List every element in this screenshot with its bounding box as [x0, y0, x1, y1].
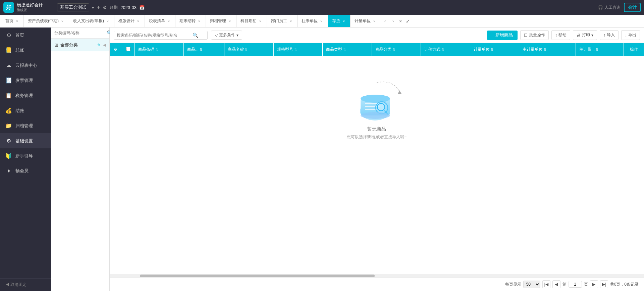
sidebar-item-basic[interactable]: ⚙ 基础设置 [0, 133, 51, 148]
invoice-icon: 🧾 [5, 77, 12, 84]
th-checkbox[interactable] [122, 43, 135, 56]
empty-desc: 您可以选择新增,或者直接导入哦~ [347, 134, 407, 140]
tab-balance-close[interactable]: × [60, 19, 65, 23]
move-icon: ↕ [555, 33, 557, 38]
tab-vendor-label: 往来单位 [302, 18, 318, 24]
prev-page-button[interactable]: ◀ [552, 280, 560, 288]
sidebar-item-invoice[interactable]: 🧾 发票管理 [0, 73, 51, 88]
more-filter-button[interactable]: ▽ 更多条件 ▾ [211, 31, 242, 40]
next-page-button[interactable]: ▶ [590, 280, 598, 288]
th-gear[interactable]: ⚙ [110, 43, 122, 56]
th-col3: 主计量...⇅ [576, 43, 624, 56]
batch-label: 批量操作 [529, 32, 545, 38]
page-number-input[interactable]: 1 [569, 281, 582, 288]
svg-point-11 [361, 112, 390, 119]
add-product-button[interactable]: + 新增商品 [487, 31, 518, 40]
tab-income-label: 收入支出表(年报) [73, 18, 104, 24]
tab-department[interactable]: 部门员工 × [267, 15, 298, 28]
first-page-button[interactable]: |◀ [542, 280, 550, 288]
unpin-button[interactable]: ◀ 取消固定 [0, 278, 51, 291]
tab-inventory-label: 存货 [332, 18, 340, 24]
tab-subject-close[interactable]: × [258, 19, 263, 23]
logo-text-block: 畅捷通好会计 旗舰版 [17, 2, 43, 12]
sidebar-label-close: 结账 [15, 108, 24, 114]
category-edit-icon[interactable]: ✎ [97, 43, 101, 48]
tab-income-close[interactable]: × [105, 19, 110, 23]
toolbar: 🔍 ▽ 更多条件 ▾ + 新增商品 ☐ 批量操作 [110, 28, 644, 43]
category-all-label: 全部分类 [60, 42, 95, 48]
sidebar-label-ledger: 总账 [15, 47, 24, 53]
products-table: ⚙ 商品条码⇅ 商品...⇅ 商品名称⇅ 规格型号⇅ 商品类型⇅ 商品分类⇅ [110, 43, 644, 160]
add-tab-button[interactable]: + [97, 4, 100, 10]
th-unit: 计量单位⇅ [470, 43, 519, 56]
tab-template-close[interactable]: × [136, 19, 141, 23]
tab-vendor-close[interactable]: × [319, 19, 324, 23]
tab-period-close[interactable]: 期末结转 × [175, 15, 206, 28]
tab-home[interactable]: 首页 × [1, 15, 24, 28]
main-search-input[interactable] [117, 33, 191, 38]
category-collapse-icon[interactable]: ◀ [103, 43, 106, 47]
tab-nav-left[interactable]: ‹ [381, 15, 389, 28]
import-label: 导入 [607, 32, 615, 38]
export-button[interactable]: ↓ 导出 [621, 30, 640, 40]
tab-unit-close[interactable]: × [372, 19, 377, 23]
export-icon: ↓ [625, 33, 627, 38]
tab-income[interactable]: 收入支出表(年报) × [69, 15, 114, 28]
batch-ops-button[interactable]: ☐ 批量操作 [520, 30, 549, 40]
tab-archive[interactable]: 归档管理 × [206, 15, 236, 28]
sidebar-item-home[interactable]: ⊙ 首页 [0, 28, 51, 43]
service-button[interactable]: 🎧 人工咨询 [598, 5, 621, 10]
tab-inventory-close[interactable]: × [341, 19, 346, 23]
settings-icon[interactable]: ⚙ [103, 5, 107, 10]
move-label: 移动 [558, 32, 567, 38]
tab-vendor[interactable]: 往来单位 × [298, 15, 328, 28]
tab-home-close[interactable]: × [15, 19, 19, 23]
tab-balance[interactable]: 资产负债表(中期) × [24, 15, 69, 28]
main-search-icon[interactable]: 🔍 [193, 33, 198, 38]
print-button[interactable]: 🖨 打印 ▾ [573, 30, 597, 40]
select-all-checkbox[interactable] [126, 47, 130, 51]
page-size-select[interactable]: 20 50 100 200 [523, 281, 540, 288]
table-container: ⚙ 商品条码⇅ 商品...⇅ 商品名称⇅ 规格型号⇅ 商品类型⇅ 商品分类⇅ [110, 43, 644, 274]
grid-icon: ⊞ [54, 42, 58, 48]
close-all-tabs-button[interactable]: × [397, 18, 404, 24]
th-category: 商品分类⇅ [372, 43, 421, 56]
import-button[interactable]: ↑ 导入 [600, 30, 619, 40]
tab-tax[interactable]: 税表清单 × [145, 15, 175, 28]
sidebar-item-guide[interactable]: 🔰 新手引导 [0, 148, 51, 163]
tab-archive-label: 归档管理 [210, 18, 226, 24]
scroll-thumb[interactable] [140, 275, 375, 277]
tab-bar: 首页 × 资产负债表(中期) × 收入支出表(年报) × 模版设计 × 税表清单… [0, 15, 644, 28]
tab-tax-close[interactable]: × [166, 19, 171, 23]
th-name: 商品名称⇅ [224, 43, 274, 56]
sidebar-item-tax[interactable]: 📋 税务管理 [0, 88, 51, 103]
move-button[interactable]: ↕ 移动 [551, 30, 570, 40]
pagination-bar: 每页显示 20 50 100 200 |◀ ◀ 第 1 页 ▶ ▶| 共0页，0… [110, 277, 644, 291]
expand-tabs-button[interactable]: ⤢ [404, 18, 412, 24]
sidebar-item-ledger[interactable]: 📒 总账 [0, 43, 51, 58]
last-page-button[interactable]: ▶| [600, 280, 608, 288]
calendar-icon[interactable]: 📅 [139, 5, 145, 10]
tab-unit[interactable]: 计量单位 × [351, 15, 381, 28]
th-type: 商品类型⇅ [323, 43, 372, 56]
sidebar-item-close[interactable]: 💰 结账 [0, 103, 51, 118]
tab-template[interactable]: 模版设计 × [114, 15, 145, 28]
category-all-item[interactable]: ⊞ 全部分类 ✎ ◀ [51, 39, 109, 51]
tab-subject[interactable]: 科目期初 × [236, 15, 267, 28]
content-area: 🔍 ⊞ 全部分类 ✎ ◀ 🔍 ▽ [51, 28, 644, 291]
sidebar-item-member[interactable]: ♦ 畅会员 [0, 163, 51, 178]
sidebar-label-tax: 税务管理 [15, 93, 33, 99]
sidebar-item-archive[interactable]: 📁 归档管理 [0, 118, 51, 133]
app-name: 畅捷通好会计 [17, 2, 43, 8]
tab-nav-right[interactable]: › [389, 15, 397, 28]
account-button[interactable]: 会计 [624, 3, 641, 12]
basic-icon: ⚙ [5, 138, 12, 144]
tab-department-close[interactable]: × [288, 19, 293, 23]
tab-archive-close[interactable]: × [227, 19, 232, 23]
category-search-input[interactable] [54, 31, 105, 35]
company-selector[interactable]: 基层工会测试 [57, 3, 89, 11]
tab-period-close-close[interactable]: × [197, 19, 202, 23]
tab-inventory[interactable]: 存货 × [328, 15, 351, 28]
table-horizontal-scrollbar[interactable] [110, 274, 644, 277]
sidebar-item-report[interactable]: ☁ 云报表中心 [0, 58, 51, 73]
